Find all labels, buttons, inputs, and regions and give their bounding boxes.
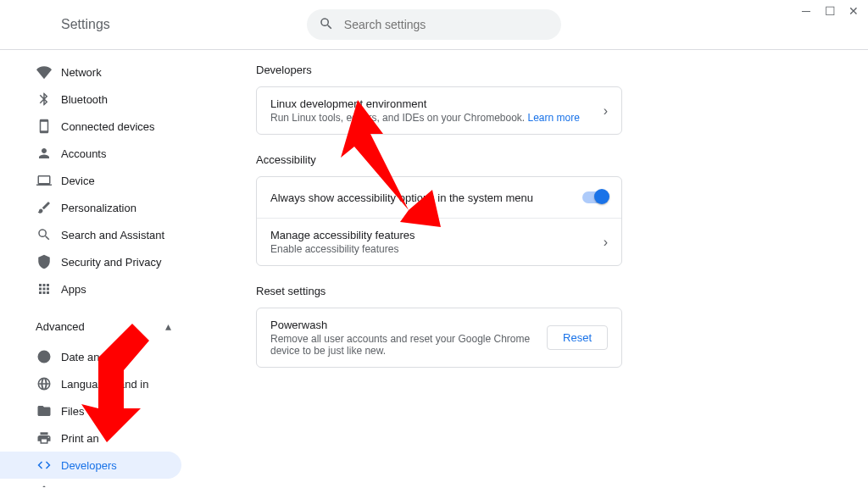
- chevron-up-icon: ▴: [165, 319, 171, 333]
- row-title: Manage accessibility features: [270, 229, 415, 241]
- sidebar-item-date-time[interactable]: Date and time: [0, 343, 181, 370]
- sidebar-item-label: Accounts: [61, 147, 106, 160]
- devices-icon: [36, 118, 53, 135]
- accessibility-icon: [36, 484, 53, 487]
- globe-icon: [36, 375, 53, 392]
- folder-icon: [36, 402, 53, 419]
- section-reset: Reset settings Powerwash Remove all user…: [256, 285, 622, 368]
- sidebar-item-label: Connected devices: [61, 120, 155, 133]
- minimize-icon[interactable]: ─: [800, 5, 812, 17]
- search-input[interactable]: [344, 18, 549, 31]
- sidebar-item-label: Search and Assistant: [61, 229, 164, 241]
- apps-icon: [36, 280, 53, 297]
- sidebar-item-label: Apps: [61, 283, 86, 296]
- sidebar-item-personalization[interactable]: Personalization: [0, 194, 181, 221]
- row-powerwash: Powerwash Remove all user accounts and r…: [257, 308, 621, 367]
- chevron-right-icon: ›: [604, 235, 608, 250]
- sidebar-item-label: Security and Privacy: [61, 256, 162, 269]
- section-title: Developers: [256, 64, 622, 76]
- page-title: Settings: [61, 17, 110, 32]
- row-title: Powerwash: [270, 319, 547, 331]
- sidebar-item-label: Print an: [61, 432, 99, 445]
- close-icon[interactable]: ✕: [848, 5, 860, 17]
- sidebar-item-label: Date and time: [61, 351, 130, 363]
- sidebar-item-developers[interactable]: Developers: [0, 452, 181, 479]
- maximize-icon[interactable]: ☐: [824, 5, 836, 17]
- card-reset: Powerwash Remove all user accounts and r…: [256, 308, 622, 368]
- sidebar-item-connected-devices[interactable]: Connected devices: [0, 113, 181, 140]
- sidebar-item-search-assistant[interactable]: Search and Assistant: [0, 221, 181, 248]
- section-title: Accessibility: [256, 153, 622, 166]
- sidebar-item-accounts[interactable]: Accounts: [0, 140, 181, 167]
- magnify-icon: [36, 226, 53, 243]
- person-icon: [36, 145, 53, 162]
- row-title: Always show accessibility options in the…: [270, 191, 533, 204]
- card-accessibility: Always show accessibility options in the…: [256, 176, 622, 266]
- laptop-icon: [36, 172, 53, 189]
- row-sub: Remove all user accounts and reset your …: [270, 333, 547, 357]
- search-box[interactable]: [307, 9, 561, 40]
- section-title: Reset settings: [256, 285, 622, 297]
- sidebar-item-security[interactable]: Security and Privacy: [0, 248, 181, 275]
- reset-button[interactable]: Reset: [547, 325, 608, 350]
- bluetooth-icon: [36, 91, 53, 108]
- chevron-right-icon: ›: [604, 103, 608, 119]
- sidebar-item-network[interactable]: Network: [0, 58, 181, 86]
- window-controls: ─ ☐ ✕: [800, 5, 860, 17]
- section-developers: Developers Linux development environment…: [256, 64, 622, 135]
- sidebar-item-label: Developers: [61, 459, 117, 472]
- code-icon: [36, 457, 53, 474]
- wifi-icon: [36, 64, 53, 80]
- row-manage-a11y[interactable]: Manage accessibility features Enable acc…: [257, 218, 621, 265]
- sidebar-item-files[interactable]: Files: [0, 397, 181, 424]
- sidebar-item-print[interactable]: Print an: [0, 424, 181, 452]
- clock-icon: [36, 348, 53, 365]
- sidebar-item-label: Network: [61, 66, 102, 79]
- advanced-label: Advanced: [36, 320, 85, 333]
- section-accessibility: Accessibility Always show accessibility …: [256, 153, 622, 266]
- topbar: Settings: [0, 0, 868, 49]
- main-content: Developers Linux development environment…: [197, 50, 868, 487]
- sidebar-item-accessibility[interactable]: Accessibility: [0, 479, 181, 487]
- learn-more-link[interactable]: Learn more: [528, 112, 580, 124]
- row-sub: Run Linux tools, editors, and IDEs on yo…: [270, 112, 580, 124]
- sidebar-item-label: Languages and in: [61, 378, 148, 391]
- sidebar-item-label: Device: [61, 175, 95, 187]
- row-linux-dev-env[interactable]: Linux development environment Run Linux …: [257, 87, 621, 134]
- sidebar-item-label: Accessibility: [61, 486, 121, 488]
- sidebar-item-device[interactable]: Device: [0, 167, 181, 194]
- search-icon: [319, 16, 334, 34]
- sidebar-item-languages[interactable]: Languages and in: [0, 370, 181, 397]
- sidebar-item-label: Personalization: [61, 202, 136, 214]
- row-title: Linux development environment: [270, 97, 580, 110]
- brush-icon: [36, 199, 53, 216]
- row-sub: Enable accessibility features: [270, 243, 415, 255]
- shield-icon: [36, 253, 53, 270]
- sidebar: Network Bluetooth Connected devices Acco…: [0, 50, 197, 487]
- card-linux: Linux development environment Run Linux …: [256, 86, 622, 135]
- toggle-switch[interactable]: [582, 191, 608, 203]
- sidebar-item-label: Files: [61, 405, 84, 418]
- sidebar-item-bluetooth[interactable]: Bluetooth: [0, 86, 181, 113]
- sidebar-item-label: Bluetooth: [61, 93, 108, 106]
- printer-icon: [36, 430, 53, 446]
- row-always-show-a11y[interactable]: Always show accessibility options in the…: [257, 177, 621, 218]
- sidebar-advanced-toggle[interactable]: Advanced ▴: [0, 309, 197, 343]
- sidebar-item-apps[interactable]: Apps: [0, 275, 181, 302]
